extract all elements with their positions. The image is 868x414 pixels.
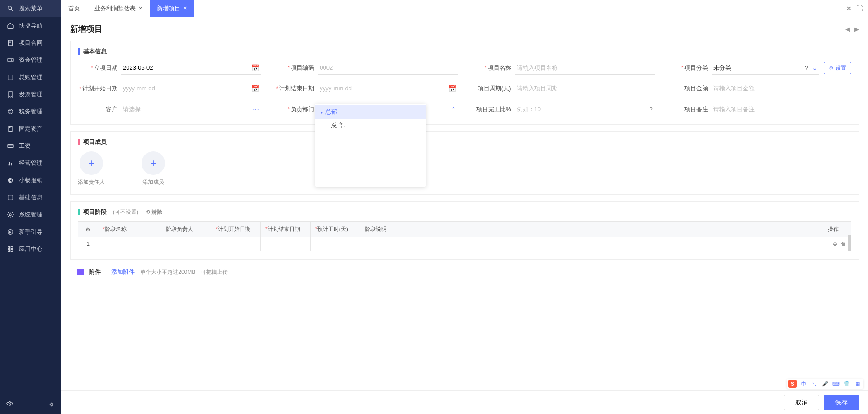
ime-mic-icon[interactable]: 🎤: [821, 380, 829, 388]
field-create-date: *立项日期 📅: [78, 61, 261, 75]
page-title: 新增项目: [70, 24, 103, 34]
close-icon[interactable]: ✕: [138, 5, 142, 11]
gear-icon[interactable]: ⚙: [85, 226, 90, 233]
settings-icon[interactable]: [6, 401, 14, 409]
section-title: 项目成员: [83, 138, 107, 146]
page-header: 新增项目 ◀ ▶: [61, 17, 868, 41]
cell-owner[interactable]: [161, 237, 211, 251]
cancel-button[interactable]: 取消: [784, 395, 819, 410]
complete-pct-input[interactable]: [515, 103, 655, 116]
cell-hours[interactable]: [311, 237, 360, 251]
sidebar-search[interactable]: 搜索菜单: [0, 0, 61, 17]
add-owner-button[interactable]: +: [80, 151, 103, 175]
sidebar-item-system[interactable]: 系统管理: [0, 206, 61, 223]
name-input[interactable]: [515, 61, 655, 75]
table-row[interactable]: 1 ⊕🗑: [78, 237, 851, 251]
cell-start[interactable]: [211, 237, 261, 251]
plan-end-input[interactable]: [318, 82, 458, 95]
sidebar: 搜索菜单 快捷导航 项目合同 资金管理 总账管理 发票管理 税务管理 固定资产 …: [0, 0, 61, 414]
scrollbar[interactable]: [848, 235, 851, 251]
table-header-row: ⚙ *阶段名称 阶段负责人 *计划开始日期 *计划结束日期 *预计工时(天) 阶…: [78, 222, 851, 237]
delete-row-icon[interactable]: 🗑: [841, 241, 846, 247]
code-input[interactable]: [318, 61, 458, 75]
help-icon[interactable]: ?: [805, 64, 808, 71]
svg-rect-27: [11, 249, 13, 251]
chart-icon: [6, 159, 14, 167]
ime-logo-icon[interactable]: S: [788, 380, 797, 388]
divider: [123, 151, 123, 186]
footer: 取消 保存: [61, 390, 868, 414]
cell-end[interactable]: [261, 237, 311, 251]
sidebar-item-funds[interactable]: 资金管理: [0, 52, 61, 69]
sidebar-item-assets[interactable]: 固定资产: [0, 120, 61, 137]
fullscreen-icon[interactable]: ⛶: [856, 5, 863, 12]
add-attachment-link[interactable]: + 添加附件: [106, 268, 135, 276]
section-title: 附件: [89, 268, 101, 276]
save-button[interactable]: 保存: [824, 395, 859, 410]
field-category: *项目分类 未分类⌄? ⚙设置: [668, 61, 851, 75]
chevron-up-icon[interactable]: ⌃: [451, 106, 456, 113]
sidebar-item-quicknav[interactable]: 快捷导航: [0, 17, 61, 34]
sidebar-item-invoice[interactable]: 发票管理: [0, 86, 61, 103]
create-date-input[interactable]: [121, 61, 261, 75]
receipt-icon: [6, 90, 14, 99]
add-row-icon[interactable]: ⊕: [833, 241, 837, 247]
add-owner: + 添加责任人: [78, 151, 105, 186]
chevron-down-icon[interactable]: ⌄: [812, 64, 817, 71]
calendar-icon[interactable]: 📅: [448, 85, 456, 92]
ime-punct-icon[interactable]: °,: [810, 380, 818, 388]
section-basic: 基本信息 *立项日期 📅 *项目编码 *项目名称: [70, 41, 859, 125]
sidebar-item-tax[interactable]: 税务管理: [0, 103, 61, 120]
dropdown-item-child[interactable]: 总 部: [315, 119, 426, 132]
prev-icon[interactable]: ◀: [845, 26, 850, 33]
dropdown-item-parent[interactable]: ▾总部: [315, 105, 426, 119]
close-icon[interactable]: ✕: [183, 5, 187, 11]
add-member-button[interactable]: +: [142, 151, 165, 175]
section-title: 项目阶段: [83, 208, 107, 216]
book-icon: [6, 73, 14, 81]
category-settings-button[interactable]: ⚙设置: [824, 62, 851, 74]
amount-input[interactable]: [712, 82, 851, 95]
ime-lang[interactable]: 中: [799, 380, 807, 388]
customer-select[interactable]: [121, 103, 261, 116]
calendar-icon[interactable]: 📅: [251, 64, 259, 71]
svg-line-1: [11, 9, 13, 11]
next-icon[interactable]: ▶: [854, 26, 859, 33]
tab-newproject[interactable]: 新增项目✕: [150, 0, 194, 17]
tab-profit[interactable]: 业务利润预估表✕: [87, 0, 150, 17]
more-icon[interactable]: ⋯: [253, 106, 259, 113]
compass-icon: [6, 228, 14, 236]
sidebar-item-basicinfo[interactable]: 基础信息: [0, 189, 61, 206]
field-amount: 项目金额: [668, 82, 851, 95]
sidebar-item-salary[interactable]: 工资: [0, 137, 61, 155]
plan-start-input[interactable]: [121, 82, 261, 95]
cell-name[interactable]: [98, 237, 161, 251]
clear-link[interactable]: ⟲ 清除: [146, 208, 162, 216]
tabs-close-icon[interactable]: ✕: [846, 5, 852, 12]
sidebar-item-contract[interactable]: 项目合同: [0, 34, 61, 52]
gear-icon: ⚙: [829, 65, 834, 71]
remark-input[interactable]: [712, 103, 851, 116]
sidebar-search-label: 搜索菜单: [19, 5, 42, 13]
ime-skin-icon[interactable]: 👕: [843, 380, 851, 388]
ime-menu-icon[interactable]: ▦: [854, 380, 862, 388]
svg-rect-7: [8, 75, 13, 80]
collapse-icon[interactable]: [47, 401, 55, 409]
category-select[interactable]: 未分类: [712, 61, 819, 75]
period-input[interactable]: [515, 82, 655, 95]
svg-point-22: [8, 230, 13, 235]
sidebar-item-expense[interactable]: C小畅报销: [0, 172, 61, 189]
sidebar-item-ledger[interactable]: 总账管理: [0, 69, 61, 86]
cell-desc[interactable]: [360, 237, 815, 251]
sidebar-item-business[interactable]: 经营管理: [0, 155, 61, 172]
help-icon[interactable]: ?: [649, 106, 653, 113]
svg-text:C: C: [9, 179, 12, 182]
wallet-icon: [6, 56, 14, 64]
sidebar-item-apps[interactable]: 应用中心: [0, 240, 61, 258]
calendar-icon[interactable]: 📅: [251, 85, 259, 92]
ime-keyboard-icon[interactable]: ⌨: [832, 380, 840, 388]
sidebar-item-guide[interactable]: 新手引导: [0, 223, 61, 240]
tab-home[interactable]: 首页: [61, 0, 87, 17]
plus-icon: +: [150, 157, 156, 169]
svg-marker-23: [10, 231, 11, 233]
